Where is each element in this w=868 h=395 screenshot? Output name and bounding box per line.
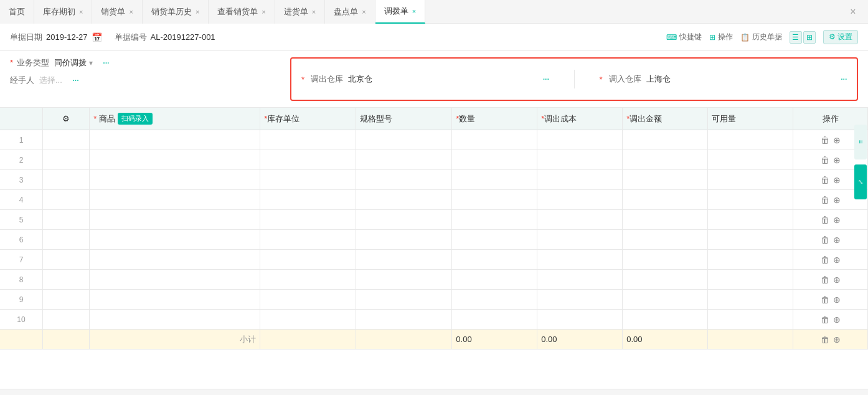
table-row: 10🗑⊕	[0, 310, 868, 330]
delete-icon[interactable]: 🗑	[821, 255, 829, 265]
row-product[interactable]	[90, 290, 260, 310]
delete-icon[interactable]: 🗑	[821, 295, 829, 305]
row-qty	[452, 150, 537, 170]
row-product[interactable]	[90, 170, 260, 190]
copy-icon[interactable]: ⊕	[833, 175, 841, 185]
transfer-in-field: * 调入仓库 上海仓 ···	[600, 74, 847, 85]
business-type-required-star: *	[10, 58, 13, 67]
row-product[interactable]	[90, 210, 260, 230]
tab-inventory-init[interactable]: 库存期初×	[34, 0, 92, 24]
row-available	[708, 190, 793, 210]
tab-close-sales-order[interactable]: ×	[129, 8, 133, 16]
business-type-select[interactable]: 同价调拨 ▾	[54, 57, 93, 69]
row-settings	[42, 310, 89, 330]
row-product[interactable]	[90, 270, 260, 290]
settings-label: 设置	[837, 32, 852, 41]
delete-icon[interactable]: 🗑	[821, 135, 829, 145]
copy-icon[interactable]: ⊕	[833, 255, 841, 265]
row-settings	[42, 290, 89, 310]
copy-icon[interactable]: ⊕	[833, 295, 841, 305]
copy-icon[interactable]: ⊕	[833, 315, 841, 325]
delete-icon[interactable]: 🗑	[821, 175, 829, 185]
row-product[interactable]	[90, 190, 260, 210]
tab-sales-order[interactable]: 销货单×	[92, 0, 142, 24]
col-settings-header[interactable]: ⚙	[42, 108, 89, 130]
tab-inventory-count[interactable]: 盘点单×	[325, 0, 375, 24]
table-row: 3🗑⊕	[0, 170, 868, 190]
copy-icon[interactable]: ⊕	[833, 215, 841, 225]
toolbar: 单据日期 2019-12-27 📅 单据编号 AL-20191227-001 ⌨…	[0, 24, 868, 51]
row-product[interactable]	[90, 230, 260, 250]
tab-transfer[interactable]: 调拨单×	[375, 0, 425, 24]
copy-icon[interactable]: ⊕	[833, 235, 841, 245]
bottom-scrollbar[interactable]	[0, 389, 868, 395]
row-settings	[42, 190, 89, 210]
row-spec	[356, 170, 452, 190]
operator-more-button[interactable]: ···	[72, 75, 78, 86]
sidebar-list-button[interactable]: ≡	[854, 125, 867, 159]
row-cost	[537, 270, 623, 290]
copy-icon[interactable]: ⊕	[833, 195, 841, 205]
tab-home[interactable]: 首页	[0, 0, 34, 24]
cost-required-star: *	[541, 114, 544, 123]
col-product-header: * 商品 扫码录入	[90, 108, 260, 130]
tab-sales-history[interactable]: 销货单历史×	[143, 0, 209, 24]
delete-icon[interactable]: 🗑	[821, 315, 829, 325]
row-product[interactable]	[90, 130, 260, 150]
sidebar-expand-button[interactable]: ⤢	[854, 164, 867, 199]
transfer-in-required-star: *	[600, 75, 603, 84]
row-unit	[260, 270, 356, 290]
view-list-icon: ☰	[792, 33, 799, 42]
sidebar-expand-icon: ⤢	[857, 179, 864, 184]
delete-icon[interactable]: 🗑	[821, 335, 829, 345]
transfer-in-label: 调入仓库	[609, 74, 641, 85]
doc-number-field: 单据编号 AL-20191227-001	[115, 32, 215, 43]
tab-close-purchase-order[interactable]: ×	[312, 8, 316, 16]
settings-icon: ⚙	[829, 32, 836, 41]
business-type-more-button[interactable]: ···	[103, 57, 109, 69]
amount-required-star: *	[626, 114, 630, 123]
warehouse-section: * 调出仓库 北京仓 ··· * 调入仓库 上海仓 ···	[290, 57, 858, 101]
tab-view-sales[interactable]: 查看销货单×	[209, 0, 275, 24]
transfer-out-more-button[interactable]: ···	[542, 74, 549, 85]
tab-close-sales-history[interactable]: ×	[196, 8, 199, 16]
tab-close-view-sales[interactable]: ×	[262, 8, 265, 16]
row-product[interactable]	[90, 150, 260, 170]
row-spec	[356, 210, 452, 230]
delete-icon[interactable]: 🗑	[821, 215, 829, 225]
copy-icon[interactable]: ⊕	[833, 155, 841, 165]
shortcut-icon: ⌨	[666, 33, 677, 42]
row-available	[708, 290, 793, 310]
row-cost	[537, 310, 623, 330]
tab-close-inventory-init[interactable]: ×	[79, 8, 83, 16]
row-available	[708, 130, 793, 150]
transfer-in-more-button[interactable]: ···	[841, 74, 847, 85]
copy-icon[interactable]: ⊕	[833, 135, 841, 145]
row-available	[708, 330, 793, 350]
delete-icon[interactable]: 🗑	[821, 275, 829, 285]
row-product[interactable]	[90, 250, 260, 270]
operations-button[interactable]: ⊞ 操作	[709, 32, 733, 42]
history-button[interactable]: 📋 历史单据	[740, 32, 782, 42]
row-product[interactable]	[90, 310, 260, 330]
table-header-row: ⚙ * 商品 扫码录入 *库存单位 规格型号 *数量	[0, 108, 868, 130]
delete-icon[interactable]: 🗑	[821, 235, 829, 245]
view-grid-button[interactable]: ⊞	[803, 31, 816, 44]
copy-icon[interactable]: ⊕	[833, 335, 841, 345]
shortcut-button[interactable]: ⌨ 快捷键	[666, 32, 702, 42]
row-amount	[623, 270, 708, 290]
row-spec	[356, 230, 452, 250]
row-spec	[356, 330, 452, 350]
view-list-button[interactable]: ☰	[790, 31, 802, 44]
tab-purchase-order[interactable]: 进货单×	[275, 0, 325, 24]
scan-button[interactable]: 扫码录入	[118, 113, 153, 125]
doc-number-label: 单据编号	[115, 32, 147, 43]
calendar-icon[interactable]: 📅	[92, 32, 102, 42]
tab-close-transfer[interactable]: ×	[412, 7, 416, 15]
operator-input[interactable]: 选择...	[39, 75, 62, 86]
delete-icon[interactable]: 🗑	[821, 155, 829, 165]
delete-icon[interactable]: 🗑	[821, 195, 829, 205]
copy-icon[interactable]: ⊕	[833, 275, 841, 285]
history-icon: 📋	[740, 33, 750, 42]
tab-close-inventory-count[interactable]: ×	[362, 8, 366, 16]
